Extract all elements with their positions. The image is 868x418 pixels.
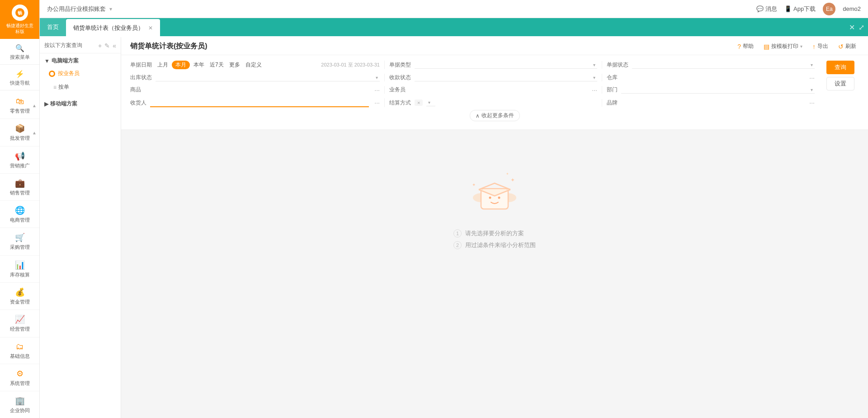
filter-cell-dept: 部门 ▾ <box>602 86 819 94</box>
warehouse-dots[interactable]: ··· <box>809 74 815 81</box>
sidebar-item-finance[interactable]: 💰 资金管理 <box>0 283 39 310</box>
sidebar-item-system[interactable]: ⚙ 系统管理 <box>0 364 39 391</box>
collapse-panel-icon[interactable]: « <box>113 42 116 49</box>
payment-select[interactable]: ▾ <box>415 74 597 81</box>
settings-button[interactable]: 设置 <box>826 77 854 90</box>
tab-report-label: 销货单统计表（按业务员） <box>73 24 144 32</box>
query-area: 查询 设置 <box>819 61 859 107</box>
dept-select[interactable]: ▾ <box>621 86 815 94</box>
left-panel-header: 按以下方案查询 + ✎ « <box>40 40 121 53</box>
user-avatar[interactable]: Ea <box>823 3 835 15</box>
date-btn-custom[interactable]: 自定义 <box>244 61 264 69</box>
refresh-icon: ↺ <box>838 43 844 50</box>
tabbar-close-btn[interactable]: ✕ <box>849 23 855 32</box>
step1-text: 请先选择要分析的方案 <box>465 229 524 238</box>
mobile-scheme-title[interactable]: ▶ 移动端方案 <box>44 100 116 108</box>
date-btn-thismonth[interactable]: 本月 <box>172 61 190 69</box>
sidebar-item-wholesale[interactable]: 📦 批发管理 ▲ <box>0 119 39 146</box>
tab-report-close[interactable]: ✕ <box>148 25 153 31</box>
filter-cell-goods: 商品 ··· <box>130 86 385 94</box>
sidebar-item-marketing[interactable]: 📢 营销推广 <box>0 147 39 174</box>
tab-home[interactable]: 首页 <box>40 18 66 36</box>
add-scheme-icon[interactable]: + <box>98 42 102 49</box>
search-icon: 🔍 <box>15 44 24 52</box>
content-wrapper: 按以下方案查询 + ✎ « ▼ 电脑端方案 按业务员 ≡ <box>40 36 868 418</box>
query-button[interactable]: 查询 <box>826 61 854 74</box>
date-label: 单据日期 <box>130 61 152 69</box>
sidebar-logo[interactable]: 畅 畅捷通好生意 标版 <box>0 0 39 39</box>
date-btn-7days[interactable]: 近7天 <box>208 61 226 69</box>
sidebar-item-enterprise[interactable]: 🏢 企业协同 <box>0 391 39 418</box>
filter-row-1: 单据日期 上月 本月 本年 近7天 更多 自定义 2023-03-01 至 20… <box>130 61 819 69</box>
settlement-select[interactable]: ▾ <box>426 99 435 106</box>
salesperson-dots[interactable]: ··· <box>592 86 597 94</box>
username-label[interactable]: demo2 <box>843 5 861 12</box>
settlement-tag: × <box>415 100 423 106</box>
scheme-by-order[interactable]: ≡ 按单 <box>49 81 112 93</box>
download-icon: 📱 <box>784 5 792 12</box>
export-btn[interactable]: ↑ 导出 <box>810 42 831 51</box>
finance-label: 资金管理 <box>10 299 30 305</box>
tab-home-label: 首页 <box>47 23 59 31</box>
topbar-left: 办公用品行业模拟账套 ▾ <box>47 5 112 13</box>
app-dropdown[interactable]: ▾ <box>109 6 112 12</box>
desktop-scheme-title[interactable]: ▼ 电脑端方案 <box>44 57 116 65</box>
tabbar-expand-btn[interactable]: ⤢ <box>859 23 864 32</box>
brand-dots[interactable]: ··· <box>809 99 815 106</box>
mobile-scheme-label: 移动端方案 <box>50 100 77 108</box>
stock-arrow: ▾ <box>376 75 378 80</box>
doctype-select[interactable]: ▾ <box>415 62 597 69</box>
app-name: 办公用品行业模拟账套 <box>47 5 106 13</box>
sidebar-item-purchase[interactable]: 🛒 采购管理 <box>0 228 39 255</box>
sidebar-item-ecommerce[interactable]: 🌐 电商管理 <box>0 201 39 228</box>
active-dot <box>49 71 55 77</box>
refresh-btn[interactable]: ↺ 刷新 <box>835 42 859 51</box>
stock-select[interactable]: ▾ <box>156 74 380 81</box>
settlement-tag-close[interactable]: × <box>417 100 420 105</box>
sidebar-item-inventory[interactable]: 📊 库存核算 <box>0 256 39 283</box>
sidebar-item-sales[interactable]: 💼 销售管理 <box>0 174 39 201</box>
sidebar-search[interactable]: 🔍 搜索菜单 <box>0 39 39 65</box>
topbar: 办公用品行业模拟账套 ▾ 💬 消息 📱 App下载 Ea demo2 <box>40 0 868 18</box>
date-btn-more[interactable]: 更多 <box>227 61 242 69</box>
right-content: 销货单统计表(按业务员) ? 帮助 ▤ 按模板打印 ▾ ↑ 导出 <box>121 36 868 418</box>
app-download-btn[interactable]: 📱 App下载 <box>784 5 816 13</box>
filter-cell-warehouse: 仓库 ··· <box>602 74 819 81</box>
desktop-scheme-arrow: ▼ <box>44 58 50 64</box>
help-icon: ? <box>737 43 741 50</box>
help-btn[interactable]: ? 帮助 <box>735 42 756 51</box>
left-panel: 按以下方案查询 + ✎ « ▼ 电脑端方案 按业务员 ≡ <box>40 36 121 418</box>
tab-report[interactable]: 销货单统计表（按业务员） ✕ <box>66 19 160 37</box>
purchase-icon: 🛒 <box>15 233 25 242</box>
inventory-label: 库存核算 <box>10 271 30 278</box>
step2-num: 2 <box>453 241 462 249</box>
template-print-btn[interactable]: ▤ 按模板打印 ▾ <box>761 42 805 51</box>
collapse-conditions-btn[interactable]: ∧ 收起更多条件 <box>470 110 520 121</box>
recipient-dots[interactable]: ··· <box>374 99 380 106</box>
goods-dots[interactable]: ··· <box>374 86 380 94</box>
date-btn-thisyear[interactable]: 本年 <box>192 61 206 69</box>
left-panel-title: 按以下方案查询 <box>44 42 82 49</box>
empty-illustration: ✦ ✦ ✦ <box>467 166 522 220</box>
recipient-input[interactable] <box>150 98 369 107</box>
edit-scheme-icon[interactable]: ✎ <box>104 42 110 49</box>
sales-icon: 💼 <box>15 178 25 188</box>
logo-icon: 畅 <box>12 5 28 21</box>
message-btn[interactable]: 💬 消息 <box>756 5 777 13</box>
sidebar-item-operations[interactable]: 📈 经营管理 <box>0 310 39 337</box>
svg-text:✦: ✦ <box>472 182 476 187</box>
scheme-by-salesperson[interactable]: 按业务员 <box>44 67 116 80</box>
date-btn-lastmonth[interactable]: 上月 <box>156 61 170 69</box>
svg-text:畅: 畅 <box>18 10 22 15</box>
filter-row-4: 收货人 ··· 结算方式 × ▾ <box>130 98 819 107</box>
docstatus-arrow: ▾ <box>811 62 813 67</box>
svg-text:✦: ✦ <box>506 172 509 176</box>
filter-cells-area: 单据日期 上月 本月 本年 近7天 更多 自定义 2023-03-01 至 20… <box>130 61 819 107</box>
docstatus-select[interactable]: ▾ <box>632 62 815 69</box>
sidebar-item-retail[interactable]: 🛍 零售管理 ▲ <box>0 92 39 119</box>
recipient-label: 收货人 <box>130 99 146 107</box>
svg-point-6 <box>498 197 500 199</box>
sub-scheme-section: ≡ 按单 <box>44 81 116 93</box>
sidebar-item-basic[interactable]: 🗂 基础信息 <box>0 337 39 364</box>
sidebar-quicknav[interactable]: ⚡ 快捷导航 <box>0 65 39 90</box>
